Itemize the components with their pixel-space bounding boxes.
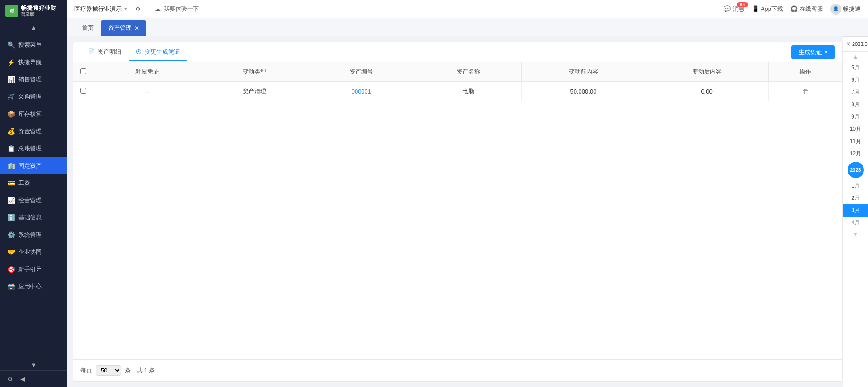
subtab-detail-icon: 📄 (88, 48, 95, 55)
content-wrapper: 📄 资产明细 ⦿ 变更生成凭证 生成凭证 ▾ (67, 36, 868, 387)
logo-icon: 财 (5, 5, 18, 17)
subtab-change-icon: ⦿ (136, 48, 142, 55)
year-2023-section: 2023 (843, 160, 868, 180)
tab-asset-management[interactable]: 资产管理 ✕ (101, 20, 146, 36)
cloud-icon: ☁ (155, 5, 161, 12)
sidebar-item-label: 库存核算 (18, 110, 42, 118)
month-may-2022[interactable]: 5月 (843, 62, 868, 74)
col-asset-no: 资产编号 (308, 62, 415, 82)
quicknav-icon: ⚡ (7, 59, 15, 66)
month-jul-2022[interactable]: 7月 (843, 86, 868, 99)
subtab-asset-detail[interactable]: 📄 资产明细 (80, 43, 129, 61)
generate-voucher-button[interactable]: 生成凭证 ▾ (791, 45, 835, 59)
sidebar-bottom: ⚙ ◀ (0, 370, 67, 387)
subtab-detail-label: 资产明细 (98, 48, 121, 56)
sidebar-item-salary[interactable]: 💳 工资 (0, 174, 67, 192)
sidebar-item-guide[interactable]: 🎯 新手引导 (0, 261, 67, 278)
row-checkbox[interactable] (80, 88, 86, 94)
col-asset-name: 资产名称 (415, 62, 522, 82)
chevron-down-icon: ▾ (124, 6, 127, 12)
pagination: 每页 10 20 50 100 条，共 1 条 (73, 359, 842, 381)
collapse-icon[interactable]: ◀ (20, 375, 25, 382)
sidebar-item-enterprise[interactable]: 🤝 企业协同 (0, 243, 67, 261)
month-apr-2023[interactable]: 4月 (843, 217, 868, 229)
sidebar-item-search[interactable]: 🔍 搜索菜单 (0, 36, 67, 54)
panel-header: ✕ 2023.03 ⤡ (843, 37, 868, 52)
enterprise-icon: 🤝 (7, 248, 15, 256)
company-selector[interactable]: 医疗器械行业演示 ▾ (74, 5, 127, 13)
per-page-label: 每页 (80, 367, 92, 375)
sidebar-item-system[interactable]: ⚙️ 系统管理 (0, 226, 67, 243)
month-jun-2022[interactable]: 6月 (843, 74, 868, 86)
system-icon: ⚙️ (7, 231, 15, 238)
month-sep-2022[interactable]: 9月 (843, 111, 868, 123)
sidebar-item-inventory[interactable]: 📦 库存核算 (0, 105, 67, 123)
settings-bottom-icon[interactable]: ⚙ (7, 375, 13, 382)
panel-close-button[interactable]: ✕ (845, 40, 852, 48)
experience-label: 我要体验一下 (164, 5, 199, 13)
month-aug-2022[interactable]: 8月 (843, 99, 868, 111)
sidebar-item-label: 搜索菜单 (18, 41, 42, 49)
download-icon: 📱 (752, 5, 759, 12)
table-container: 对应凭证 变动类型 资产编号 资产名称 变动前内容 变动后内容 操作 (73, 62, 842, 359)
sidebar-item-funds[interactable]: 💰 资金管理 (0, 123, 67, 140)
delete-icon[interactable]: 🗑 (802, 88, 808, 95)
customer-service-button[interactable]: 🎧 在线客服 (790, 5, 823, 13)
select-all-checkbox[interactable] (80, 68, 86, 74)
user-avatar[interactable]: 👤 畅捷通 (830, 4, 861, 15)
app-download-button[interactable]: 📱 App下载 (752, 5, 783, 13)
row-change-type: 资产清理 (201, 82, 308, 101)
month-mar-2023[interactable]: 3月 (843, 204, 868, 217)
topbar-divider (149, 5, 149, 14)
subtabs: 📄 资产明细 ⦿ 变更生成凭证 生成凭证 ▾ (73, 42, 842, 62)
right-panel: ✕ 2023.03 ⤡ ▲ 5月 6月 7月 8月 9月 10月 11月 12月… (843, 36, 868, 387)
purchase-icon: 🛒 (7, 93, 15, 100)
tab-home[interactable]: 首页 (74, 20, 101, 36)
guide-icon: 🎯 (7, 266, 15, 273)
sidebar-item-fixed-assets[interactable]: 🏢 固定资产 (0, 157, 67, 174)
tabbar: 首页 资产管理 ✕ (67, 18, 868, 36)
total-label: 条，共 1 条 (125, 367, 155, 375)
year-2023-badge[interactable]: 2023 (848, 162, 864, 178)
dropdown-arrow-icon: ▾ (825, 49, 828, 55)
customer-service-label: 在线客服 (799, 5, 823, 13)
sidebar-item-quicknav[interactable]: ⚡ 快捷导航 (0, 54, 67, 71)
month-jan-2023[interactable]: 1月 (843, 180, 868, 192)
sidebar-item-basic-info[interactable]: ℹ️ 基础信息 (0, 209, 67, 226)
sidebar-item-purchase[interactable]: 🛒 采购管理 (0, 88, 67, 105)
sidebar-item-ledger[interactable]: 📋 总账管理 (0, 140, 67, 157)
messages-button[interactable]: 💬 消息 99+ (724, 5, 744, 13)
month-oct-2022[interactable]: 10月 (843, 123, 868, 135)
month-nov-2022[interactable]: 11月 (843, 135, 868, 148)
experience-button[interactable]: ☁ 我要体验一下 (155, 5, 199, 13)
app-download-label: App下载 (761, 5, 783, 13)
month-feb-2023[interactable]: 2月 (843, 192, 868, 204)
sidebar-item-label: 资金管理 (18, 127, 42, 135)
month-dec-2022[interactable]: 12月 (843, 148, 868, 160)
basic-info-icon: ℹ️ (7, 214, 15, 221)
main-area: 医疗器械行业演示 ▾ ⚙ ☁ 我要体验一下 💬 消息 99+ 📱 App下载 🎧… (67, 0, 868, 387)
subtab-change-label: 变更生成凭证 (144, 48, 180, 56)
sidebar-item-label: 工资 (18, 179, 30, 187)
sidebar-scroll-up[interactable]: ▲ (0, 22, 67, 33)
sidebar-item-sales[interactable]: 📊 销售管理 (0, 71, 67, 88)
subtab-change-voucher[interactable]: ⦿ 变更生成凭证 (129, 43, 187, 61)
table-row: -- 资产清理 000001 电脑 50,000.00 0.00 🗑 (73, 82, 842, 101)
sidebar-item-app-center[interactable]: 🗃️ 应用中心 (0, 278, 67, 295)
sidebar-scroll-down[interactable]: ▼ (0, 360, 67, 370)
avatar-icon: 👤 (830, 4, 841, 15)
app-center-icon: 🗃️ (7, 283, 15, 290)
sidebar-item-label: 销售管理 (18, 75, 42, 84)
scroll-down-arrow[interactable]: ▼ (853, 229, 858, 239)
logo-sub: 普及版 (21, 12, 56, 17)
topbar-settings-button[interactable]: ⚙ (133, 4, 144, 15)
message-icon: 💬 (724, 5, 731, 12)
tab-close-icon[interactable]: ✕ (134, 25, 139, 31)
panel-inner: ▲ 5月 6月 7月 8月 9月 10月 11月 12月 2023 1月 2月 … (843, 52, 868, 387)
logo-main: 畅捷通好业财 (21, 5, 56, 12)
per-page-select[interactable]: 10 20 50 100 (96, 365, 121, 376)
inventory-icon: 📦 (7, 110, 15, 118)
scroll-up-arrow[interactable]: ▲ (853, 52, 858, 62)
sidebar-item-operations[interactable]: 📈 经营管理 (0, 192, 67, 209)
col-before: 变动前内容 (522, 62, 645, 82)
